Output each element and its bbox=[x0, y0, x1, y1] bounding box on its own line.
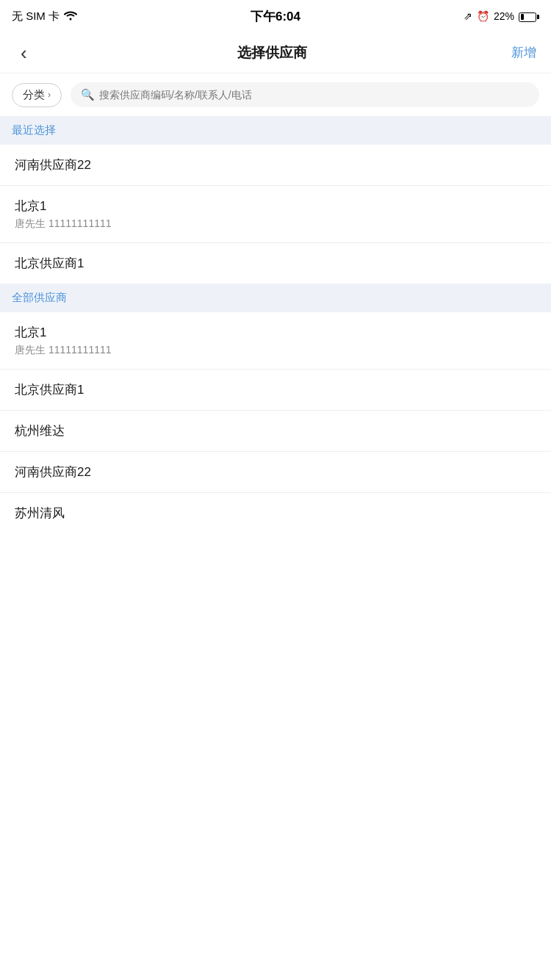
status-time: 下午6:04 bbox=[251, 8, 300, 25]
wifi-icon bbox=[64, 10, 77, 23]
category-button[interactable]: 分类 › bbox=[12, 83, 62, 107]
supplier-name: 杭州维达 bbox=[15, 422, 536, 439]
search-icon: 🔍 bbox=[81, 88, 95, 101]
filter-bar: 分类 › 🔍 bbox=[0, 73, 551, 116]
recent-supplier-list: 河南供应商22 北京1 唐先生 11111111111 北京供应商1 bbox=[0, 145, 551, 284]
status-left: 无 SIM 卡 bbox=[12, 10, 77, 24]
supplier-name: 北京供应商1 bbox=[15, 381, 536, 398]
status-right: ⇗ ⏰ 22% bbox=[464, 10, 539, 22]
supplier-name: 河南供应商22 bbox=[15, 156, 536, 173]
battery-percent: 22% bbox=[494, 10, 514, 22]
list-item[interactable]: 北京供应商1 bbox=[0, 243, 551, 284]
all-section-label: 全部供应商 bbox=[12, 291, 67, 303]
location-icon: ⇗ bbox=[464, 10, 472, 22]
search-box[interactable]: 🔍 bbox=[71, 82, 539, 107]
list-item[interactable]: 北京1 唐先生 11111111111 bbox=[0, 186, 551, 243]
list-item[interactable]: 杭州维达 bbox=[0, 411, 551, 452]
supplier-detail: 唐先生 11111111111 bbox=[15, 217, 536, 231]
alarm-icon: ⏰ bbox=[477, 10, 489, 22]
supplier-name: 苏州清风 bbox=[15, 505, 536, 522]
supplier-name: 北京供应商1 bbox=[15, 255, 536, 272]
chevron-right-icon: › bbox=[48, 90, 51, 100]
list-item[interactable]: 河南供应商22 bbox=[0, 452, 551, 493]
list-item[interactable]: 苏州清风 bbox=[0, 493, 551, 533]
page-title: 选择供应商 bbox=[237, 43, 307, 62]
category-label: 分类 bbox=[23, 88, 45, 102]
all-section-header: 全部供应商 bbox=[0, 284, 551, 312]
search-input[interactable] bbox=[99, 89, 529, 101]
no-sim-label: 无 SIM 卡 bbox=[12, 10, 60, 24]
supplier-detail: 唐先生 11111111111 bbox=[15, 344, 536, 357]
supplier-name: 北京1 bbox=[15, 198, 536, 215]
nav-bar: ‹ 选择供应商 新增 bbox=[0, 32, 551, 73]
list-item[interactable]: 北京供应商1 bbox=[0, 370, 551, 411]
all-supplier-list: 北京1 唐先生 11111111111 北京供应商1 杭州维达 河南供应商22 … bbox=[0, 312, 551, 533]
back-button[interactable]: ‹ bbox=[15, 40, 33, 65]
list-item[interactable]: 河南供应商22 bbox=[0, 145, 551, 186]
battery-icon bbox=[519, 10, 539, 22]
supplier-name: 北京1 bbox=[15, 324, 536, 341]
add-button[interactable]: 新增 bbox=[511, 44, 536, 61]
recent-section-header: 最近选择 bbox=[0, 116, 551, 145]
supplier-name: 河南供应商22 bbox=[15, 464, 536, 480]
status-bar: 无 SIM 卡 下午6:04 ⇗ ⏰ 22% bbox=[0, 0, 551, 32]
recent-section-label: 最近选择 bbox=[12, 123, 56, 136]
list-item[interactable]: 北京1 唐先生 11111111111 bbox=[0, 312, 551, 370]
